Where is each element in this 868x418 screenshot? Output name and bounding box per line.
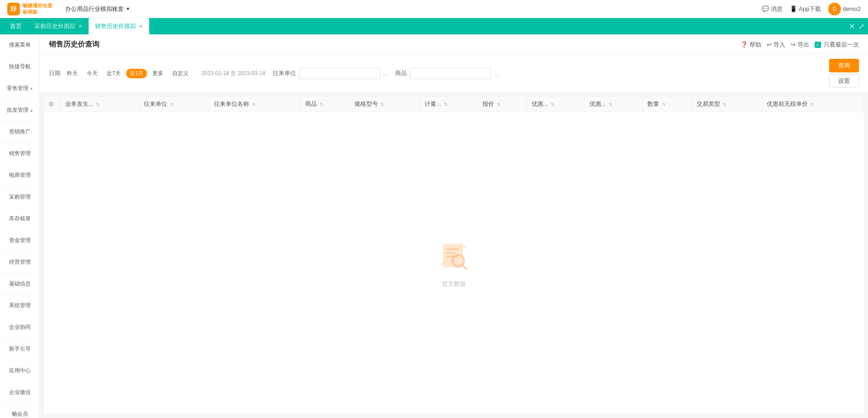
import-action[interactable]: ↩ 导入: [767, 41, 785, 49]
sidebar-item-search-menu[interactable]: 搜索菜单: [0, 34, 39, 56]
export-action[interactable]: ↪ 导出: [791, 41, 809, 49]
logo-icon: 好: [7, 3, 20, 15]
top-bar-left: 好 畅捷通好生意 标准版 办公用品行业模拟账套 ▼: [7, 3, 130, 15]
counterparty-input[interactable]: [299, 68, 380, 79]
tab-sales-history-close[interactable]: ✕: [139, 24, 143, 29]
tab-home[interactable]: 首页: [4, 18, 28, 34]
sidebar-item-enterprise-wechat[interactable]: 企业微信: [0, 382, 39, 404]
svg-rect-2: [446, 252, 456, 253]
col-trade-type[interactable]: 交易类型 ⇅: [692, 96, 762, 112]
col-counterparty-name[interactable]: 往来单位名称 ⇅: [209, 96, 301, 112]
col-discount1[interactable]: 优惠... ⇅: [527, 96, 585, 112]
basic-info-label: 基础信息: [9, 280, 31, 288]
logo-text: 畅捷通好生意 标准版: [23, 3, 52, 14]
tab-purchase-history[interactable]: 采购历史价跟踪 ✕: [28, 18, 89, 34]
col-quote-price[interactable]: 报价 ⇅: [478, 96, 527, 112]
sort-icon-unit: ⇅: [444, 102, 448, 107]
content-area: 销售历史价查询 ❓ 帮助 ↩ 导入 ↪ 导出 ✓: [40, 34, 868, 418]
vip-member-label: 畅会员: [12, 410, 28, 418]
user-profile[interactable]: D demo2: [828, 3, 861, 15]
date-range-display: 2023-02-18 至 2023-03-18: [201, 70, 265, 77]
date-pill-1month[interactable]: 近1月: [126, 69, 147, 78]
date-pill-yesterday[interactable]: 昨天: [63, 69, 81, 78]
sort-icon-quantity: ⇅: [662, 102, 665, 107]
tab-bar-actions: ✕ ⤢: [849, 22, 864, 31]
date-pill-7days[interactable]: 近7天: [103, 69, 124, 78]
export-icon: ↪: [791, 41, 796, 48]
only-last-action[interactable]: ✓ 只看最后一次: [815, 41, 859, 49]
table-container: ⚙ 业务发生... ⇅ 往来单位 ⇅ 往来单位名称 ⇅: [43, 96, 864, 414]
col-unit[interactable]: 计量... ⇅: [420, 96, 478, 112]
help-action[interactable]: ❓ 帮助: [741, 41, 761, 49]
wholesale-mgmt-label: 批发管理: [7, 106, 28, 114]
sidebar-item-ecommerce-mgmt[interactable]: 电商管理: [0, 165, 39, 186]
tab-purchase-history-close[interactable]: ✕: [78, 24, 82, 29]
app-download-button[interactable]: 📱 App下载: [790, 5, 821, 13]
sidebar-item-retail-mgmt[interactable]: 零售管理 ▾: [0, 78, 39, 100]
help-icon: ❓: [741, 41, 748, 48]
sidebar: 搜索菜单 快捷导航 零售管理 ▾ 批发管理 ▴ 营销推广 销售管理 电商管理 采…: [0, 34, 40, 418]
filter-btn-group: 查询 设置: [829, 59, 859, 88]
col-discount2[interactable]: 优惠... ⇅: [585, 96, 642, 112]
sidebar-item-system-mgmt[interactable]: 系统管理: [0, 295, 39, 317]
settings-button[interactable]: 设置: [829, 74, 859, 88]
col-quantity[interactable]: 数量 ⇅: [642, 96, 692, 112]
sidebar-item-finance-mgmt[interactable]: 资金管理: [0, 230, 39, 252]
tab-sales-history[interactable]: 销售历史价跟踪 ✕: [89, 18, 149, 34]
close-window-button[interactable]: ✕: [849, 22, 855, 31]
avatar: D: [828, 3, 841, 15]
page-title: 销售历史价查询: [49, 40, 99, 49]
goods-filter-group: 商品 ...: [395, 68, 499, 79]
query-button[interactable]: 查询: [829, 59, 859, 72]
sidebar-item-sales-mgmt[interactable]: 销售管理: [0, 143, 39, 165]
sidebar-item-app-center[interactable]: 应用中心: [0, 360, 39, 382]
message-button[interactable]: 💬 消息: [762, 5, 783, 13]
date-pill-more[interactable]: 更多: [149, 69, 167, 78]
wholesale-mgmt-arrow: ▴: [30, 108, 33, 113]
svg-point-7: [441, 262, 443, 265]
sidebar-item-purchase-mgmt[interactable]: 采购管理: [0, 186, 39, 208]
marketing-label: 营销推广: [9, 128, 31, 136]
system-mgmt-label: 系统管理: [9, 302, 31, 309]
page-header: 销售历史价查询 ❓ 帮助 ↩ 导入 ↪ 导出 ✓: [40, 34, 868, 54]
company-selector[interactable]: 办公用品行业模拟账套 ▼: [65, 5, 130, 13]
goods-label: 商品: [395, 69, 407, 77]
sidebar-item-vip-member[interactable]: 畅会员: [0, 404, 39, 418]
col-pretax-price[interactable]: 优惠前无税单价 ⇅: [762, 96, 863, 112]
only-last-checkbox[interactable]: ✓: [815, 42, 821, 48]
sidebar-item-operations-mgmt[interactable]: 经营管理: [0, 252, 39, 273]
svg-point-6: [463, 246, 466, 248]
col-counterparty-code[interactable]: 往来单位 ⇅: [139, 96, 209, 112]
sidebar-item-inventory[interactable]: 库存核算: [0, 208, 39, 230]
col-goods[interactable]: 商品 ⇅: [301, 96, 350, 112]
new-guide-label: 新手引导: [9, 345, 31, 353]
retail-mgmt-arrow: ▾: [30, 86, 33, 91]
date-pill-custom[interactable]: 自定义: [169, 69, 192, 78]
col-biz-date[interactable]: 业务发生... ⇅: [60, 96, 139, 112]
counterparty-dots[interactable]: ...: [383, 70, 388, 77]
tab-bar: 首页 采购历史价跟踪 ✕ 销售历史价跟踪 ✕ ✕ ⤢: [0, 18, 868, 34]
sidebar-item-enterprise-coop[interactable]: 企业协同: [0, 317, 39, 338]
table-header-row: ⚙ 业务发生... ⇅ 往来单位 ⇅ 往来单位名称 ⇅: [44, 96, 864, 112]
sort-icon-goods: ⇅: [320, 102, 323, 107]
date-pill-today[interactable]: 今天: [83, 69, 101, 78]
sidebar-item-wholesale-mgmt[interactable]: 批发管理 ▴: [0, 100, 39, 121]
data-table: ⚙ 业务发生... ⇅ 往来单位 ⇅ 往来单位名称 ⇅: [44, 96, 864, 112]
goods-input[interactable]: [410, 68, 491, 79]
table-head: ⚙ 业务发生... ⇅ 往来单位 ⇅ 往来单位名称 ⇅: [44, 96, 864, 112]
sidebar-item-basic-info[interactable]: 基础信息: [0, 273, 39, 295]
quick-nav-label: 快捷导航: [9, 63, 31, 71]
maximize-window-button[interactable]: ⤢: [859, 22, 864, 31]
empty-text: 暂无数据: [442, 280, 466, 288]
date-pills: 昨天 今天 近7天 近1月 更多 自定义: [63, 69, 192, 78]
empty-illustration: [436, 238, 472, 275]
sidebar-item-marketing[interactable]: 营销推广: [0, 121, 39, 143]
goods-dots[interactable]: ...: [494, 70, 499, 77]
search-menu-label: 搜索菜单: [9, 41, 31, 49]
sidebar-item-new-guide[interactable]: 新手引导: [0, 338, 39, 360]
col-spec[interactable]: 规格型号 ⇅: [349, 96, 420, 112]
col-settings[interactable]: ⚙: [44, 96, 60, 112]
table-settings-icon[interactable]: ⚙: [48, 100, 54, 108]
counterparty-filter-group: 往来单位 ...: [273, 68, 388, 79]
sidebar-item-quick-nav[interactable]: 快捷导航: [0, 56, 39, 78]
